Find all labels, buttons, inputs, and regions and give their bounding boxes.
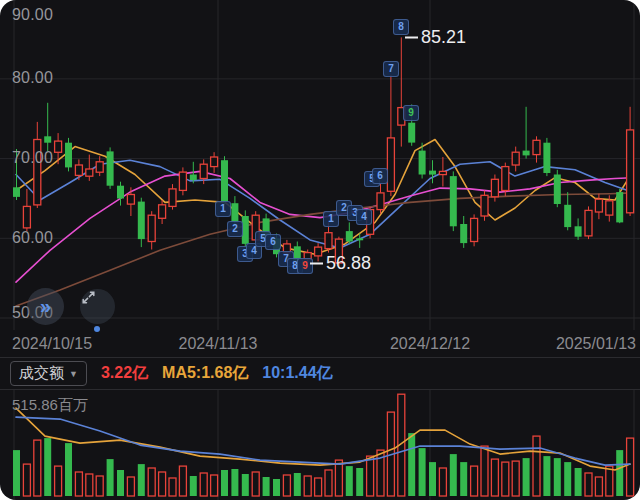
candle-body-down xyxy=(44,136,51,142)
volume-axis-max-label: 515.86百万 xyxy=(12,396,88,415)
volume-bar-up xyxy=(606,466,613,496)
candle-body-down xyxy=(107,151,114,185)
date-axis: 2024/10/152024/11/132024/12/122025/01/13 xyxy=(0,330,640,358)
candle-body-down xyxy=(138,202,145,240)
candlestick-chart[interactable] xyxy=(0,0,640,330)
volume-bar-up xyxy=(315,478,322,496)
candle-body-down xyxy=(117,186,124,199)
volume-bar-down xyxy=(190,476,197,496)
volume-bar-down xyxy=(356,468,363,496)
price-chart-pane[interactable]: 90.0080.0070.0060.0050.00 12345678912345… xyxy=(0,0,640,330)
indicator-selector[interactable]: 成交额 ▼ xyxy=(10,361,87,386)
volume-bar-up xyxy=(439,468,446,496)
volume-bar-up xyxy=(127,477,134,496)
volume-chart-pane[interactable]: 515.86百万 xyxy=(0,390,640,500)
volume-bar-up xyxy=(159,472,166,496)
candle-body-up xyxy=(55,141,62,152)
candle-body-up xyxy=(96,162,103,172)
y-axis-label: 70.00 xyxy=(12,149,53,167)
volume-bar-down xyxy=(242,474,249,496)
volume-bar-up xyxy=(252,472,259,496)
candle-body-down xyxy=(429,171,436,175)
annotation-dash xyxy=(405,36,418,38)
caret-down-icon: ▼ xyxy=(69,369,78,379)
signal-badge-4: 4 xyxy=(356,209,372,225)
volume-bar-down xyxy=(450,454,457,496)
volume-bar-up xyxy=(595,477,602,496)
candle-body-up xyxy=(377,193,384,210)
candle-body-up xyxy=(502,167,509,191)
volume-bar-up xyxy=(304,476,311,496)
expand-drawer-button[interactable]: » xyxy=(27,288,64,325)
candle-body-down xyxy=(408,123,415,143)
indicator-name: 成交额 xyxy=(19,364,64,383)
candle-body-up xyxy=(23,206,30,228)
candle-body-down xyxy=(543,143,550,173)
volume-bar-down xyxy=(294,473,301,496)
volume-bar-up xyxy=(533,436,540,496)
volume-bar-down xyxy=(346,466,353,496)
volume-bar-down xyxy=(13,450,20,496)
volume-bar-up xyxy=(491,459,498,496)
candle-body-up xyxy=(148,215,155,241)
volume-bar-up xyxy=(23,464,30,496)
candle-body-up xyxy=(159,205,166,219)
volume-bar-down xyxy=(263,477,270,496)
candle-body-up xyxy=(439,171,446,174)
candle-body-down xyxy=(190,175,197,181)
volume-bar-up xyxy=(96,476,103,496)
notification-dot xyxy=(94,326,100,332)
volume-bar-up xyxy=(283,475,290,496)
candle-body-up xyxy=(325,233,332,249)
volume-ma5-value: MA5:1.68亿 xyxy=(162,363,248,384)
volume-bar-down xyxy=(523,458,530,496)
candle-body-up xyxy=(471,218,478,241)
volume-bar-up xyxy=(55,466,62,496)
volume-bar-down xyxy=(564,462,571,496)
y-axis-label: 90.00 xyxy=(12,6,53,24)
signal-badge-1: 1 xyxy=(215,201,231,217)
candle-body-up xyxy=(481,195,488,216)
candle-body-down xyxy=(419,151,426,175)
x-axis-label: 2024/11/13 xyxy=(179,335,258,353)
candle-body-down xyxy=(231,203,238,222)
volume-chart[interactable] xyxy=(0,390,640,500)
annotation-dash xyxy=(310,262,323,264)
candle-body-up xyxy=(179,172,186,190)
volume-bar-up xyxy=(481,446,488,496)
candle-body-up xyxy=(169,189,176,207)
candle-body-down xyxy=(554,175,561,205)
candle-body-down xyxy=(13,187,20,197)
candle-body-down xyxy=(575,226,582,236)
volume-bar-up xyxy=(148,468,155,496)
candle-body-up xyxy=(387,138,394,191)
volume-bar-up xyxy=(471,466,478,496)
candle-body-up xyxy=(75,165,82,175)
volume-bar-up xyxy=(627,438,634,496)
volume-bar-up xyxy=(367,456,374,496)
volume-bar-down xyxy=(616,450,623,496)
ma-brown xyxy=(16,193,632,306)
candle-body-down xyxy=(564,205,571,227)
volume-bar-down xyxy=(554,458,561,496)
volume-bar-up xyxy=(335,460,342,496)
volume-bar-down xyxy=(44,438,51,496)
volume-bar-down xyxy=(419,448,426,496)
volume-bar-up xyxy=(200,473,207,496)
candle-body-up xyxy=(86,169,93,176)
signal-badge-6: 6 xyxy=(265,234,281,250)
low-price-label: 56.88 xyxy=(326,253,371,274)
volume-indicator-header: 成交额 ▼ 3.22亿 MA5:1.68亿 10:1.44亿 xyxy=(0,358,640,390)
fullscreen-button[interactable] xyxy=(80,289,115,324)
candle-body-up xyxy=(512,152,519,165)
candle-body-up xyxy=(627,130,634,213)
candle-body-down xyxy=(616,192,623,222)
low-price-annotation: 56.88 xyxy=(310,253,371,274)
candle-body-down xyxy=(450,176,457,226)
signal-badge-9: 9 xyxy=(403,105,419,121)
volume-bar-up xyxy=(34,440,41,496)
candle-body-down xyxy=(356,238,363,240)
x-axis-label: 2025/01/13 xyxy=(556,335,636,353)
volume-bar-down xyxy=(117,470,124,496)
volume-bar-down xyxy=(231,469,238,496)
